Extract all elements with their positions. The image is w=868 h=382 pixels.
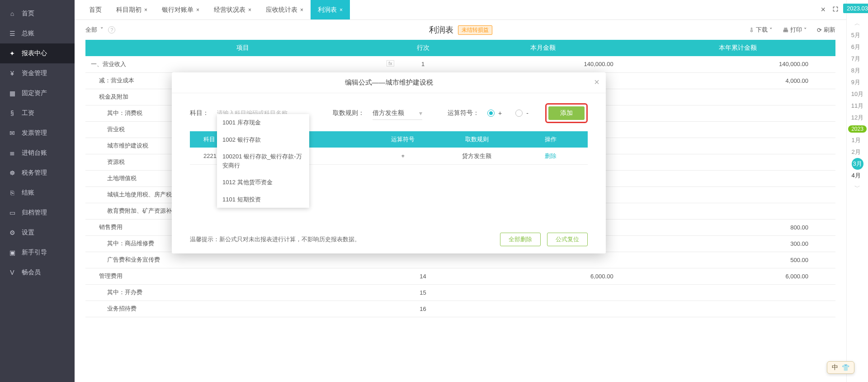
month-6月[interactable]: 6月 bbox=[851, 41, 863, 53]
tab-利润表[interactable]: 利润表× bbox=[311, 0, 350, 19]
inventory-icon: ≣ bbox=[8, 149, 16, 157]
subject-option[interactable]: 100201 银行存款_银行存款-万安商行 bbox=[217, 148, 309, 174]
rule-select[interactable]: 借方发生额▾ bbox=[373, 106, 422, 120]
tab-close-icon[interactable]: × bbox=[196, 7, 199, 13]
tab-close-icon[interactable]: × bbox=[248, 7, 251, 13]
fixed-assets-icon: ▦ bbox=[8, 90, 16, 97]
cell-rule: 贷方发生额 bbox=[440, 152, 514, 160]
grid-col-op: 运算符号 bbox=[366, 135, 440, 143]
sidebar-item-guide[interactable]: ▣新手引导 bbox=[0, 243, 75, 263]
month-1月[interactable]: 1月 bbox=[852, 134, 863, 146]
salary-icon: § bbox=[8, 110, 16, 117]
close-icon[interactable]: × bbox=[594, 77, 599, 87]
month-8月[interactable]: 8月 bbox=[851, 65, 863, 76]
add-button[interactable]: 添加 bbox=[548, 106, 585, 120]
tab-银行对账单[interactable]: 银行对账单× bbox=[155, 0, 207, 19]
clear-all-button[interactable]: 全部删除 bbox=[500, 233, 541, 246]
download-button[interactable]: ⇩ 下载 ˅ bbox=[749, 26, 773, 34]
tab-经营状况表[interactable]: 经营状况表× bbox=[207, 0, 259, 19]
funds-icon: ¥ bbox=[8, 70, 16, 77]
col-month: 本月金额 bbox=[445, 40, 640, 56]
toolbar: 全部 ˅ ? 利润表 未结转损益 ⇩ 下载 ˅ 🖶 打印 ˅ ⟳ 刷新 bbox=[75, 20, 846, 40]
ime-indicator[interactable]: 中 👕 bbox=[827, 361, 854, 374]
period-tag[interactable]: 2023.03 bbox=[843, 4, 868, 13]
col-year: 本年累计金额 bbox=[641, 40, 835, 56]
sidebar-item-reports[interactable]: ✦报表中心 bbox=[0, 43, 75, 63]
table-row: 广告费和业务宣传费500.00 bbox=[85, 252, 835, 268]
col-line: 行次 bbox=[401, 40, 446, 56]
operator-label: 运算符号： bbox=[448, 109, 479, 117]
tab-首页[interactable]: 首页 bbox=[82, 0, 109, 19]
month-2月[interactable]: 2月 bbox=[852, 146, 863, 158]
month-7月[interactable]: 7月 bbox=[851, 53, 863, 65]
radio-minus[interactable]: - bbox=[515, 110, 528, 117]
month-3月[interactable]: 3月 bbox=[852, 158, 863, 170]
tab-bar: 首页科目期初×银行对账单×经营状况表×应收统计表×利润表× × bbox=[75, 0, 846, 20]
home-icon: ⌂ bbox=[8, 10, 16, 17]
table-row: 管理费用146,000.006,000.00 bbox=[85, 268, 835, 284]
table-row: 业务招待费16 bbox=[85, 301, 835, 317]
subject-option[interactable]: 1002 银行存款 bbox=[217, 131, 309, 148]
sidebar-item-funds[interactable]: ¥资金管理 bbox=[0, 63, 75, 83]
reports-icon: ✦ bbox=[8, 50, 16, 57]
invoice-icon: ✉ bbox=[8, 129, 16, 137]
guide-icon: ▣ bbox=[8, 249, 16, 256]
sidebar: ⌂首页☰总账✦报表中心¥资金管理▦固定资产§工资✉发票管理≣进销台账☸税务管理⎘… bbox=[0, 0, 75, 382]
sidebar-item-home[interactable]: ⌂首页 bbox=[0, 4, 75, 24]
tab-科目期初[interactable]: 科目期初× bbox=[109, 0, 155, 19]
sidebar-item-close[interactable]: ⎘结账 bbox=[0, 183, 75, 203]
shirt-icon: 👕 bbox=[842, 364, 849, 371]
table-row: 一、营业收入fx1140,000.00140,000.00 bbox=[85, 56, 835, 72]
radio-plus[interactable]: + bbox=[487, 110, 502, 117]
help-icon[interactable]: ? bbox=[108, 26, 115, 33]
sidebar-item-settings[interactable]: ⚙设置 bbox=[0, 223, 75, 243]
tab-close-icon[interactable]: × bbox=[300, 7, 303, 13]
subject-option[interactable]: 1012 其他货币资金 bbox=[217, 174, 309, 191]
rule-label: 取数规则： bbox=[333, 109, 364, 117]
sidebar-item-vip[interactable]: V畅会员 bbox=[0, 263, 75, 282]
sidebar-item-invoice[interactable]: ✉发票管理 bbox=[0, 123, 75, 143]
modal-tip: 温馨提示：新公式只对未出报表进行计算，不影响历史报表数据。 bbox=[190, 235, 360, 244]
month-9月[interactable]: 9月 bbox=[851, 76, 863, 88]
subject-dropdown: 1001 库存现金1002 银行存款100201 银行存款_银行存款-万安商行1… bbox=[217, 114, 309, 208]
subject-option[interactable]: 1101 短期投资 bbox=[217, 191, 309, 208]
month-10月[interactable]: 10月 bbox=[851, 88, 863, 100]
tab-close-icon[interactable]: × bbox=[340, 7, 343, 13]
year-pill[interactable]: 2023 bbox=[848, 125, 867, 133]
period-rail: 2023.03 ︿ 5月6月7月8月9月10月11月12月 2023 1月2月3… bbox=[846, 0, 868, 382]
month-11月[interactable]: 11月 bbox=[851, 100, 863, 112]
sidebar-item-inventory[interactable]: ≣进销台账 bbox=[0, 143, 75, 163]
grid-col-rule: 取数规则 bbox=[440, 135, 514, 143]
vip-icon: V bbox=[8, 269, 16, 276]
month-5月[interactable]: 5月 bbox=[851, 29, 863, 41]
subject-option[interactable]: 1001 库存现金 bbox=[217, 114, 309, 131]
sidebar-item-salary[interactable]: §工资 bbox=[0, 103, 75, 123]
chevron-down-icon[interactable]: ﹀ bbox=[854, 183, 860, 191]
status-badge: 未结转损益 bbox=[458, 25, 492, 35]
sidebar-item-archive[interactable]: ▭归档管理 bbox=[0, 203, 75, 223]
col-project: 项目 bbox=[85, 40, 401, 56]
fx-icon[interactable]: fx bbox=[387, 60, 394, 67]
settings-icon: ⚙ bbox=[8, 229, 16, 236]
month-12月[interactable]: 12月 bbox=[851, 112, 863, 124]
reset-formula-button[interactable]: 公式复位 bbox=[547, 233, 588, 246]
fullscreen-icon[interactable] bbox=[832, 5, 839, 14]
month-4月[interactable]: 4月 bbox=[852, 170, 863, 181]
sidebar-item-tax[interactable]: ☸税务管理 bbox=[0, 163, 75, 183]
subject-label: 科目： bbox=[190, 109, 209, 117]
tab-应收统计表[interactable]: 应收统计表× bbox=[259, 0, 311, 19]
delete-link[interactable]: 删除 bbox=[545, 153, 557, 159]
chevron-up-icon[interactable]: ︿ bbox=[854, 19, 860, 28]
sidebar-item-fixed-assets[interactable]: ▦固定资产 bbox=[0, 83, 75, 103]
archive-icon: ▭ bbox=[8, 209, 16, 216]
table-row: 其中：开办费15 bbox=[85, 284, 835, 301]
close-window-icon[interactable]: × bbox=[821, 5, 826, 14]
ledger-icon: ☰ bbox=[8, 30, 16, 37]
close-icon: ⎘ bbox=[8, 189, 16, 196]
modal-title: 编辑公式——城市维护建设税 bbox=[345, 78, 433, 87]
filter-all[interactable]: 全部 ˅ bbox=[85, 26, 104, 34]
print-button[interactable]: 🖶 打印 ˅ bbox=[783, 26, 807, 34]
refresh-button[interactable]: ⟳ 刷新 bbox=[817, 26, 835, 34]
sidebar-item-ledger[interactable]: ☰总账 bbox=[0, 24, 75, 43]
tab-close-icon[interactable]: × bbox=[144, 7, 147, 13]
